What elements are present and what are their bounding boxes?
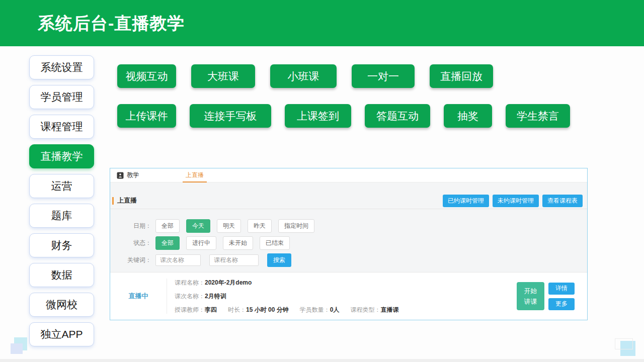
app-label: 教学 xyxy=(127,171,139,179)
course-type-value: 直播课 xyxy=(380,306,398,314)
date-yesterday-chip[interactable]: 昨天 xyxy=(248,219,272,233)
filter-status-label: 状态： xyxy=(123,239,151,247)
course-meta-line: 授课教师： 李四 时长： 15 小时 00 分钟 学员数量： 0人 课程类型： … xyxy=(175,303,517,317)
start-teaching-button[interactable]: 开始讲课 xyxy=(517,282,544,310)
sidebar-item-question-bank[interactable]: 题库 xyxy=(29,204,94,228)
sidebar-item-micro-school[interactable]: 微网校 xyxy=(29,293,94,317)
course-name-input[interactable] xyxy=(209,254,259,266)
filter-date-label: 日期： xyxy=(123,222,151,230)
sidebar-item-student-mgmt[interactable]: 学员管理 xyxy=(29,85,94,109)
feature-class-signin-button[interactable]: 上课签到 xyxy=(285,104,351,128)
decor-square-left-lavender xyxy=(11,343,23,354)
teaching-app-icon xyxy=(117,172,124,179)
feature-quiz-interaction-button[interactable]: 答题互动 xyxy=(365,104,430,128)
feature-small-class-button[interactable]: 小班课 xyxy=(270,64,337,88)
search-button[interactable]: 搜索 xyxy=(267,253,291,267)
feature-mute-students-button[interactable]: 学生禁言 xyxy=(506,104,570,128)
live-admin-panel: 教学 上直播 上直播 已约课时管理 未约课时管理 查看课程表 日期： 全部 今天… xyxy=(110,168,588,320)
course-name-line: 课程名称： 2020年-2月demo xyxy=(175,276,517,290)
section-accent-bar xyxy=(112,197,114,205)
lesson-name-input[interactable] xyxy=(155,254,201,266)
lesson-name-value: 2月特训 xyxy=(205,292,226,301)
status-notstarted-chip[interactable]: 未开始 xyxy=(223,236,253,250)
feature-handwriting-board-button[interactable]: 连接手写板 xyxy=(190,104,271,128)
feature-one-on-one-button[interactable]: 一对一 xyxy=(352,64,415,88)
status-ongoing-chip[interactable]: 进行中 xyxy=(186,236,216,250)
course-name-value: 2020年-2月demo xyxy=(205,279,252,287)
detail-button[interactable]: 详情 xyxy=(548,283,575,295)
panel-actions: 已约课时管理 未约课时管理 查看课程表 xyxy=(443,195,583,207)
students-label: 学员数量： xyxy=(300,306,330,314)
students-group: 学员数量： 0人 xyxy=(300,306,340,314)
page-header: 系统后台-直播教学 xyxy=(0,0,644,46)
decor-square-right-frame xyxy=(615,338,633,349)
filter-keyword-label: 关键词： xyxy=(123,256,151,264)
view-schedule-button[interactable]: 查看课程表 xyxy=(542,195,583,207)
teacher-value: 李四 xyxy=(205,306,217,314)
sidebar-item-course-mgmt[interactable]: 课程管理 xyxy=(29,115,94,139)
row-actions: 开始讲课 详情 更多 xyxy=(517,282,575,310)
students-value: 0人 xyxy=(330,306,340,314)
more-button[interactable]: 更多 xyxy=(548,298,575,310)
date-all-chip[interactable]: 全部 xyxy=(155,219,180,233)
lesson-name-line: 课次名称： 2月特训 xyxy=(175,290,517,303)
course-name-label: 课程名称： xyxy=(175,279,205,287)
sidebar-item-standalone-app[interactable]: 独立APP xyxy=(29,322,94,346)
live-status-badge: 直播中 xyxy=(110,292,167,301)
feature-live-replay-button[interactable]: 直播回放 xyxy=(430,64,493,88)
filter-date-row: 日期： 全部 今天 明天 昨天 指定时间 xyxy=(123,220,587,232)
duration-label: 时长： xyxy=(228,306,246,314)
duration-value: 15 小时 00 分钟 xyxy=(246,306,289,314)
date-tomorrow-chip[interactable]: 明天 xyxy=(217,219,241,233)
course-type-group: 课程类型： 直播课 xyxy=(350,306,398,314)
feature-video-interaction-button[interactable]: 视频互动 xyxy=(117,64,176,88)
lesson-name-label: 课次名称： xyxy=(175,292,205,301)
status-all-chip[interactable]: 全部 xyxy=(155,236,180,250)
row-mini-buttons: 详情 更多 xyxy=(548,283,575,310)
row-divider xyxy=(167,279,167,314)
feature-row-2: 上传课件 连接手写板 上课签到 答题互动 抽奖 学生禁言 xyxy=(117,104,610,128)
date-custom-chip[interactable]: 指定时间 xyxy=(278,219,314,233)
page: 系统后台-直播教学 系统设置 学员管理 课程管理 直播教学 运营 题库 财务 数… xyxy=(0,0,644,362)
bottom-strip xyxy=(0,359,644,362)
unbooked-lessons-button[interactable]: 未约课时管理 xyxy=(493,195,539,207)
section-header-row: 上直播 已约课时管理 未约课时管理 查看课程表 xyxy=(110,196,587,206)
filters: 日期： 全部 今天 明天 昨天 指定时间 状态： 全部 进行中 未开始 已结束 … xyxy=(110,209,587,266)
teacher-label: 授课教师： xyxy=(175,306,205,314)
panel-tabbar: 教学 上直播 xyxy=(110,168,587,183)
sidebar-item-finance[interactable]: 财务 xyxy=(29,233,94,257)
course-type-label: 课程类型： xyxy=(350,306,380,314)
feature-upload-courseware-button[interactable]: 上传课件 xyxy=(117,104,176,128)
sidebar: 系统设置 学员管理 课程管理 直播教学 运营 题库 财务 数据 微网校 独立AP… xyxy=(29,55,94,346)
course-row: 直播中 课程名称： 2020年-2月demo 课次名称： 2月特训 授课教师： … xyxy=(110,272,587,320)
filter-status-row: 状态： 全部 进行中 未开始 已结束 xyxy=(123,237,587,249)
feature-row-1: 视频互动 大班课 小班课 一对一 直播回放 xyxy=(117,64,610,88)
sidebar-item-data[interactable]: 数据 xyxy=(29,263,94,287)
date-today-chip[interactable]: 今天 xyxy=(186,219,210,233)
tab-live-broadcast[interactable]: 上直播 xyxy=(183,168,207,183)
sidebar-item-operations[interactable]: 运营 xyxy=(29,174,94,198)
feature-buttons: 视频互动 大班课 小班课 一对一 直播回放 上传课件 连接手写板 上课签到 答题… xyxy=(117,64,610,128)
sidebar-item-live-teaching[interactable]: 直播教学 xyxy=(29,144,94,168)
filter-keyword-row: 关键词： 搜索 xyxy=(123,254,587,266)
duration-group: 时长： 15 小时 00 分钟 xyxy=(228,306,289,314)
feature-lottery-button[interactable]: 抽奖 xyxy=(444,104,492,128)
sidebar-item-system-settings[interactable]: 系统设置 xyxy=(29,55,94,79)
course-details: 课程名称： 2020年-2月demo 课次名称： 2月特训 授课教师： 李四 时… xyxy=(175,276,517,317)
status-ended-chip[interactable]: 已结束 xyxy=(260,236,290,250)
booked-lessons-button[interactable]: 已约课时管理 xyxy=(443,195,489,207)
page-title: 系统后台-直播教学 xyxy=(0,0,644,46)
section-title: 上直播 xyxy=(117,196,137,205)
feature-large-class-button[interactable]: 大班课 xyxy=(191,64,255,88)
teacher-group: 授课教师： 李四 xyxy=(175,306,217,314)
